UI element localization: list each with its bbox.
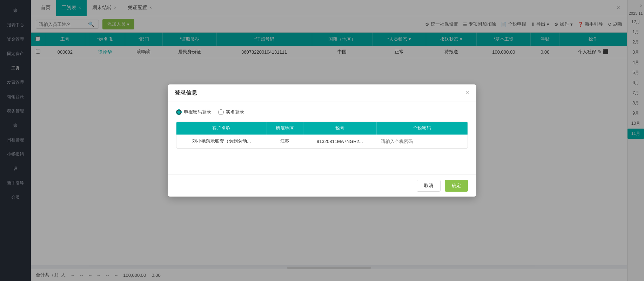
dialog-body: 申报密码登录 实名登录 客户名称 所属地区 税号 个税密码 [168, 102, 476, 174]
dialog-client-name: 刘小艳演示账套（勿删勿动... [176, 135, 267, 148]
dialog-table: 客户名称 所属地区 税号 个税密码 刘小艳演示账套（勿删勿动... 江苏 913… [176, 122, 468, 148]
tax-password-input[interactable] [381, 139, 463, 144]
dialog-overlay[interactable]: 登录信息 × 申报密码登录 实名登录 客户名称 [0, 0, 644, 281]
dialog-password-cell[interactable] [377, 135, 468, 148]
radio-realname-login[interactable]: 实名登录 [218, 109, 244, 115]
dialog-region: 江苏 [267, 135, 303, 148]
dialog-col-client: 客户名称 [176, 122, 267, 135]
dialog-title: 登录信息 [175, 89, 197, 97]
login-info-dialog: 登录信息 × 申报密码登录 实名登录 客户名称 [168, 84, 476, 197]
dialog-footer: 取消 确定 [168, 174, 476, 197]
dialog-header: 登录信息 × [168, 84, 476, 102]
dialog-col-region: 所属地区 [267, 122, 303, 135]
confirm-button[interactable]: 确定 [445, 180, 468, 192]
radio-realname-input[interactable] [218, 109, 224, 115]
dialog-col-tax-no: 税号 [303, 122, 377, 135]
radio-password-login[interactable]: 申报密码登录 [176, 109, 211, 115]
login-type-radio-group: 申报密码登录 实名登录 [176, 109, 468, 115]
cancel-button[interactable]: 取消 [417, 180, 441, 192]
radio-password-label: 申报密码登录 [184, 109, 211, 115]
dialog-table-wrap: 客户名称 所属地区 税号 个税密码 刘小艳演示账套（勿删勿动... 江苏 913… [176, 122, 468, 149]
radio-realname-label: 实名登录 [226, 109, 244, 115]
dialog-tax-no: 91320811MA7NGR2... [303, 135, 377, 148]
dialog-close-icon[interactable]: × [465, 89, 469, 97]
radio-password-input[interactable] [176, 109, 182, 115]
dialog-table-row: 刘小艳演示账套（勿删勿动... 江苏 91320811MA7NGR2... [176, 135, 468, 148]
dialog-col-password: 个税密码 [377, 122, 468, 135]
